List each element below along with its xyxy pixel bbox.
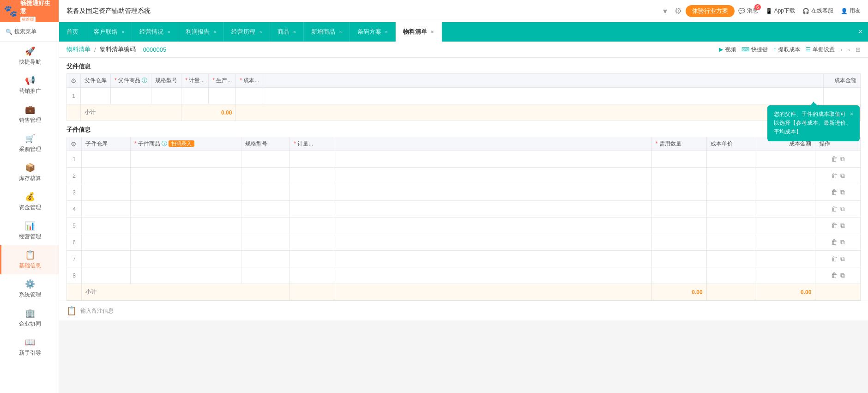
child-spec-cell[interactable] — [241, 234, 290, 251]
child-warehouse-cell[interactable] — [82, 168, 131, 184]
app-download-action[interactable]: 📱 App下载 — [766, 7, 795, 15]
tab-bom-close[interactable]: × — [431, 29, 434, 35]
tab-barcode[interactable]: 条码方案 × — [350, 22, 396, 42]
child-qty-cell[interactable] — [651, 267, 706, 284]
child-spec-cell[interactable] — [241, 251, 290, 267]
child-unit-cell[interactable] — [290, 151, 334, 168]
child-unit-cell[interactable] — [290, 251, 334, 267]
child-product-cell[interactable] — [130, 218, 241, 234]
user-action[interactable]: 👤 用友 — [841, 7, 861, 15]
tab-profit-close[interactable]: × — [213, 29, 216, 35]
child-product-cell[interactable] — [130, 267, 241, 284]
nav-prev-icon[interactable]: ‹ — [840, 46, 842, 53]
child-warehouse-cell[interactable] — [82, 267, 131, 284]
tab-history[interactable]: 经营历程 × — [224, 22, 270, 42]
delete-icon[interactable]: 🗑 — [831, 205, 838, 213]
sidebar-item-quick-nav[interactable]: 🚀 快捷导航 — [0, 42, 59, 71]
child-warehouse-cell[interactable] — [82, 151, 131, 168]
copy-icon[interactable]: ⧉ — [840, 205, 845, 213]
child-warehouse-cell[interactable] — [82, 201, 131, 218]
tab-history-close[interactable]: × — [259, 29, 262, 35]
tab-operation-status[interactable]: 经营情况 × — [132, 22, 178, 42]
tooltip-close-button[interactable]: × — [850, 110, 853, 119]
child-product-info-icon[interactable]: ⓘ — [162, 140, 167, 147]
child-unit-cell[interactable] — [290, 184, 334, 201]
delete-icon[interactable]: 🗑 — [831, 272, 838, 279]
search-menu-button[interactable]: 🔍 搜索菜单 — [4, 26, 55, 37]
delete-icon[interactable]: 🗑 — [831, 255, 838, 263]
child-unit-cell[interactable] — [290, 218, 334, 234]
sidebar-item-marketing[interactable]: 📢 营销推广 — [0, 71, 59, 100]
tab-customer[interactable]: 客户联络 × — [86, 22, 132, 42]
child-warehouse-cell[interactable] — [82, 234, 131, 251]
parent-product-cell[interactable] — [111, 88, 151, 104]
child-unit-cell[interactable] — [290, 267, 334, 284]
copy-icon[interactable]: ⧉ — [840, 222, 845, 230]
child-warehouse-cell[interactable] — [82, 184, 131, 201]
parent-warehouse-cell[interactable] — [81, 88, 111, 104]
delete-icon[interactable]: 🗑 — [831, 222, 838, 230]
tab-customer-close[interactable]: × — [121, 29, 124, 35]
extract-cost-action[interactable]: ↑ 提取成本 — [773, 46, 800, 54]
sidebar-item-basic-info[interactable]: 📋 基础信息 — [0, 245, 59, 274]
parent-produce-cell[interactable] — [209, 88, 236, 104]
child-qty-cell[interactable] — [651, 251, 706, 267]
parent-cost-cell[interactable] — [236, 88, 263, 104]
doc-settings-action[interactable]: ☰ 单据设置 — [806, 46, 835, 54]
parent-unit-cell[interactable] — [181, 88, 209, 104]
parent-gear-icon[interactable]: ⚙ — [71, 77, 77, 85]
child-warehouse-cell[interactable] — [82, 251, 131, 267]
sidebar-item-guide[interactable]: 📖 新手引导 — [0, 333, 59, 362]
copy-icon[interactable]: ⧉ — [840, 238, 845, 246]
child-spec-cell[interactable] — [241, 218, 290, 234]
child-product-cell[interactable] — [130, 201, 241, 218]
note-placeholder[interactable]: 输入备注信息 — [80, 307, 114, 315]
tab-profit[interactable]: 利润报告 × — [178, 22, 224, 42]
tab-operation-close[interactable]: × — [167, 29, 170, 35]
shortcut-action[interactable]: ⌨ 快捷键 — [741, 46, 768, 54]
child-spec-cell[interactable] — [241, 151, 290, 168]
settings-icon[interactable]: ⚙ — [675, 6, 682, 16]
system-dropdown-icon[interactable]: ▾ — [663, 6, 667, 16]
trial-button[interactable]: 体验行业方案 — [686, 5, 735, 17]
scan-badge[interactable]: 扫码录入 — [169, 140, 194, 147]
delete-icon[interactable]: 🗑 — [831, 172, 838, 180]
copy-icon[interactable]: ⧉ — [840, 188, 845, 196]
online-service-action[interactable]: 🎧 在线客服 — [802, 7, 833, 15]
sidebar-item-inventory[interactable]: 📦 库存核算 — [0, 158, 59, 187]
child-qty-cell[interactable] — [651, 201, 706, 218]
copy-icon[interactable]: ⧉ — [840, 155, 845, 163]
sidebar-item-purchase[interactable]: 🛒 采购管理 — [0, 129, 59, 158]
delete-icon[interactable]: 🗑 — [831, 155, 838, 163]
copy-icon[interactable]: ⧉ — [840, 172, 845, 180]
child-unit-cell[interactable] — [290, 201, 334, 218]
tab-barcode-close[interactable]: × — [385, 29, 388, 35]
delete-icon[interactable]: 🗑 — [831, 238, 838, 246]
child-qty-cell[interactable] — [651, 234, 706, 251]
close-all-tabs[interactable]: × — [853, 28, 868, 36]
copy-icon[interactable]: ⧉ — [840, 272, 845, 279]
copy-icon[interactable]: ⧉ — [840, 255, 845, 263]
sidebar-item-enterprise[interactable]: 🏢 企业协同 — [0, 303, 59, 333]
message-action[interactable]: 💬 消息 6 — [738, 7, 758, 15]
child-product-cell[interactable] — [130, 234, 241, 251]
parent-product-info-icon[interactable]: ⓘ — [142, 77, 147, 84]
grid-view-icon[interactable]: ⊞ — [856, 46, 861, 53]
child-warehouse-cell[interactable] — [82, 218, 131, 234]
child-unit-cell[interactable] — [290, 168, 334, 184]
breadcrumb-parent[interactable]: 物料清单 — [66, 45, 90, 54]
child-qty-cell[interactable] — [651, 218, 706, 234]
child-gear-icon[interactable]: ⚙ — [71, 140, 77, 148]
sidebar-item-finance[interactable]: 💰 资金管理 — [0, 187, 59, 216]
child-qty-cell[interactable] — [651, 151, 706, 168]
sidebar-item-operation[interactable]: 📊 经营管理 — [0, 216, 59, 245]
child-product-cell[interactable] — [130, 184, 241, 201]
tab-goods[interactable]: 商品 × — [270, 22, 304, 42]
nav-next-icon[interactable]: › — [848, 46, 850, 53]
parent-spec-cell[interactable] — [151, 88, 181, 104]
video-action[interactable]: ▶ 视频 — [719, 46, 736, 54]
sidebar-item-system[interactable]: ⚙️ 系统管理 — [0, 274, 59, 303]
child-spec-cell[interactable] — [241, 267, 290, 284]
child-spec-cell[interactable] — [241, 168, 290, 184]
child-product-cell[interactable] — [130, 168, 241, 184]
